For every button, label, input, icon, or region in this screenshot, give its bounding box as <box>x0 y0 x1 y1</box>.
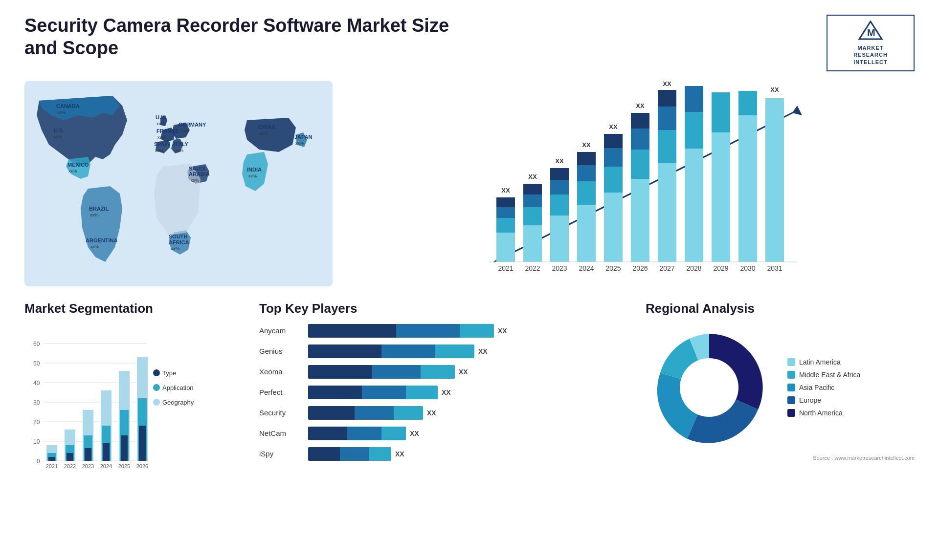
svg-text:20: 20 <box>33 419 40 426</box>
svg-text:xx%: xx% <box>68 169 77 173</box>
svg-text:2027: 2027 <box>659 264 674 272</box>
svg-rect-63 <box>604 148 623 167</box>
svg-text:xx%: xx% <box>155 148 163 153</box>
svg-rect-81 <box>685 86 703 112</box>
svg-text:ITALY: ITALY <box>174 141 189 147</box>
player-row-xeoma: Xeoma XX <box>259 365 631 379</box>
svg-rect-57 <box>577 165 596 181</box>
legend-label-latin-america: Latin America <box>799 358 841 366</box>
legend-label-europe: Europe <box>799 396 821 404</box>
page-title: Security Camera Recorder Software Market… <box>24 15 465 59</box>
svg-text:xx%: xx% <box>171 246 179 251</box>
legend-asia-pacific: Asia Pacific <box>787 384 860 391</box>
svg-rect-125 <box>121 435 128 461</box>
svg-text:2029: 2029 <box>713 264 728 272</box>
svg-text:0: 0 <box>37 458 40 465</box>
logo-text: MARKET RESEARCH INTELLECT <box>853 44 888 65</box>
svg-text:xx%: xx% <box>57 110 66 115</box>
segmentation-chart: 0 10 20 30 40 50 60 <box>24 324 245 480</box>
svg-text:2025: 2025 <box>605 264 621 272</box>
svg-rect-76 <box>658 90 676 107</box>
svg-text:XX: XX <box>663 81 671 87</box>
player-name-xeoma: Xeoma <box>259 367 303 376</box>
svg-rect-64 <box>604 134 623 148</box>
legend-middle-east: Middle East & Africa <box>787 371 860 379</box>
svg-rect-75 <box>658 107 676 130</box>
key-players-section: Top Key Players Anycam XX <box>259 301 631 480</box>
svg-rect-73 <box>658 163 676 262</box>
legend-dot-latin-america <box>787 358 795 366</box>
svg-rect-40 <box>496 197 515 207</box>
svg-text:U.K.: U.K. <box>156 114 166 120</box>
player-row-netcam: NetCam XX <box>259 427 631 440</box>
players-list: Anycam XX Genius <box>259 324 631 461</box>
player-bar-genius: XX <box>308 345 631 358</box>
svg-text:xx%: xx% <box>90 244 99 249</box>
player-row-anycam: Anycam XX <box>259 324 631 338</box>
svg-rect-74 <box>658 130 676 163</box>
svg-text:xx%: xx% <box>259 131 268 136</box>
svg-rect-50 <box>550 194 569 215</box>
logo-icon: M <box>858 21 883 44</box>
svg-text:XX: XX <box>528 173 537 180</box>
svg-text:2021: 2021 <box>498 264 513 272</box>
svg-rect-37 <box>496 233 515 262</box>
player-bar-perfect: XX <box>308 386 631 399</box>
svg-rect-89 <box>765 98 784 262</box>
svg-rect-68 <box>631 150 649 179</box>
svg-text:INDIA: INDIA <box>247 167 262 172</box>
svg-text:xx%: xx% <box>295 141 304 146</box>
player-row-ispy: iSpy XX <box>259 447 631 461</box>
player-row-security: Security XX <box>259 406 631 420</box>
svg-text:XX: XX <box>501 187 510 194</box>
svg-text:AFRICA: AFRICA <box>169 239 189 245</box>
svg-text:XX: XX <box>609 123 618 130</box>
world-map: CANADA xx% U.S. xx% MEXICO xx% BRAZIL xx… <box>24 81 333 286</box>
svg-rect-80 <box>685 112 703 149</box>
svg-text:SPAIN: SPAIN <box>154 141 170 147</box>
svg-text:xx%: xx% <box>90 213 98 217</box>
legend-label-asia-pacific: Asia Pacific <box>799 384 834 391</box>
player-name-ispy: iSpy <box>259 450 303 458</box>
svg-text:M: M <box>867 27 875 38</box>
svg-text:2025: 2025 <box>118 463 130 469</box>
svg-point-131 <box>153 369 160 376</box>
key-players-title: Top Key Players <box>259 301 631 316</box>
svg-text:2024: 2024 <box>579 264 594 272</box>
svg-text:Application: Application <box>162 384 194 391</box>
legend-label-north-america: North America <box>799 409 843 417</box>
svg-text:SOUTH: SOUTH <box>169 234 188 239</box>
svg-rect-79 <box>685 149 703 262</box>
svg-text:XX: XX <box>770 86 779 93</box>
svg-text:xx%: xx% <box>181 129 189 133</box>
player-bar-ispy: XX <box>308 447 631 461</box>
player-name-netcam: NetCam <box>259 429 303 437</box>
regional-title: Regional Analysis <box>646 301 915 316</box>
map-section: CANADA xx% U.S. xx% MEXICO xx% BRAZIL xx… <box>24 81 342 286</box>
pie-legend: Latin America Middle East & Africa Asia … <box>787 358 860 417</box>
svg-rect-109 <box>48 457 55 461</box>
svg-text:ARABIA: ARABIA <box>189 171 210 177</box>
svg-rect-55 <box>577 205 596 262</box>
svg-text:MEXICO: MEXICO <box>67 162 89 168</box>
svg-text:FRANCE: FRANCE <box>156 128 179 134</box>
svg-rect-129 <box>139 426 146 461</box>
svg-text:BRAZIL: BRAZIL <box>89 206 109 212</box>
svg-text:2030: 2030 <box>740 264 755 272</box>
bottom-grid: Market Segmentation 0 10 20 30 40 50 60 <box>24 301 915 480</box>
svg-text:60: 60 <box>33 341 40 347</box>
svg-point-137 <box>680 358 738 417</box>
svg-rect-62 <box>604 167 623 193</box>
svg-text:xx%: xx% <box>156 121 165 126</box>
player-bar-anycam: XX <box>308 324 631 338</box>
player-name-security: Security <box>259 409 303 417</box>
svg-rect-70 <box>631 113 649 129</box>
pie-chart-container: Latin America Middle East & Africa Asia … <box>646 324 915 451</box>
svg-text:xx%: xx% <box>157 135 166 140</box>
svg-text:xx%: xx% <box>54 134 62 139</box>
player-row-genius: Genius XX <box>259 345 631 358</box>
svg-rect-46 <box>523 184 542 194</box>
legend-dot-north-america <box>787 409 795 417</box>
svg-point-135 <box>153 399 160 406</box>
svg-text:Type: Type <box>162 369 176 377</box>
